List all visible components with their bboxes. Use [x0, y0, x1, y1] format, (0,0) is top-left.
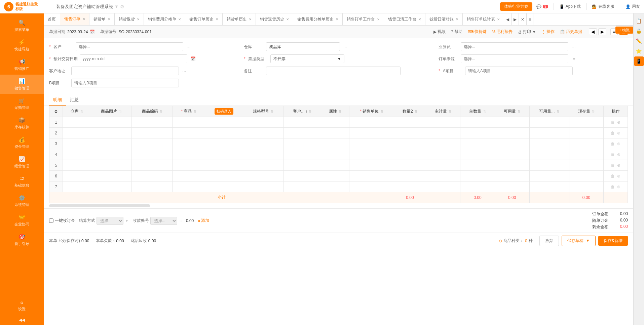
staff-input[interactable]	[461, 42, 568, 51]
close-icon[interactable]: ✕	[137, 17, 140, 21]
scan-button[interactable]: 扫码录入	[215, 108, 233, 115]
close-icon[interactable]: ✕	[456, 17, 458, 21]
row-warehouse[interactable]	[63, 181, 91, 192]
row-qty2[interactable]	[394, 128, 426, 138]
sort-icon[interactable]: ⇅	[309, 110, 311, 113]
row-avail-qty[interactable]	[495, 117, 529, 128]
row-avail-qty2[interactable]	[529, 181, 569, 192]
row-attr[interactable]	[321, 128, 349, 138]
row-customer-code[interactable]	[283, 128, 321, 138]
row-main-unit[interactable]	[426, 128, 460, 138]
row-customer-code[interactable]	[283, 160, 321, 171]
profit-btn[interactable]: % 毛利预告	[491, 28, 514, 35]
row-qty2[interactable]	[394, 149, 426, 160]
tab-cash-goods-reconcile[interactable]: 钱货日清对账 ✕	[425, 13, 463, 26]
sidebar-item-quick[interactable]: ⚡ 快捷导航	[0, 36, 44, 55]
th-settings[interactable]: ⚙	[49, 106, 63, 117]
copy-icon[interactable]: ⊕	[617, 185, 620, 189]
row-spec[interactable]	[243, 171, 283, 181]
row-attr[interactable]	[321, 117, 349, 128]
delete-icon[interactable]: 🗑	[611, 120, 615, 125]
save-new-button[interactable]: 保存&新增	[598, 236, 628, 246]
row-warehouse[interactable]	[63, 160, 91, 171]
sort-icon[interactable]: ⇅	[80, 110, 83, 113]
tab-sales-stats[interactable]: 销售订单统计表 ✕	[463, 13, 504, 26]
copy-icon[interactable]: ⊕	[617, 141, 620, 146]
row-unit[interactable]	[349, 117, 394, 128]
sort-icon[interactable]: ⇅	[518, 110, 520, 113]
sort-icon[interactable]: ⇅	[449, 110, 451, 113]
row-qty2[interactable]	[394, 117, 426, 128]
row-spec[interactable]	[243, 181, 283, 192]
right-panel-doc-icon[interactable]: 📋	[634, 16, 644, 26]
right-panel-lock-icon[interactable]: 🔒	[634, 26, 644, 36]
close-icon[interactable]: ✕	[418, 17, 421, 21]
row-attr[interactable]	[321, 160, 349, 171]
quick-settle-input[interactable]	[49, 218, 53, 223]
info-icon[interactable]: ℹ	[306, 110, 307, 113]
industry-button[interactable]: 体验行业方案	[500, 2, 532, 11]
tab-sales-ship[interactable]: 销货单 ✕	[89, 13, 115, 26]
row-main-qty[interactable]	[460, 117, 495, 128]
row-image[interactable]	[91, 171, 132, 181]
help-btn[interactable]: ? 帮助	[450, 28, 464, 35]
warehouse-select[interactable]: 成品库	[266, 42, 340, 51]
sort-icon[interactable]: ⇅	[415, 110, 417, 113]
row-main-unit[interactable]	[426, 149, 460, 160]
tab-return-hist[interactable]: 销货退货历史 ✕	[256, 13, 293, 26]
account-select[interactable]: 选择...	[150, 217, 177, 225]
tab-order-workbench[interactable]: 销售订单工作台 ✕	[343, 13, 384, 26]
nav-next-btn[interactable]: ▶	[598, 28, 606, 35]
row-avail-qty[interactable]	[495, 138, 529, 149]
row-avail-qty[interactable]	[495, 128, 529, 138]
row-customer-code[interactable]	[283, 181, 321, 192]
operation-btn[interactable]: ⋮ 操作	[540, 28, 556, 35]
row-image[interactable]	[91, 117, 132, 128]
row-attr[interactable]	[321, 181, 349, 192]
row-main-unit[interactable]	[426, 160, 460, 171]
row-main-qty[interactable]	[460, 160, 495, 171]
sidebar-item-system[interactable]: ⚙️ 系统管理	[0, 191, 44, 211]
sort-icon[interactable]: ⇅	[119, 110, 122, 113]
row-attr[interactable]	[321, 171, 349, 181]
row-code[interactable]	[132, 138, 173, 149]
sort-icon[interactable]: ⇅	[381, 110, 383, 113]
user-menu[interactable]: 👤 用友	[626, 4, 640, 9]
row-main-qty[interactable]	[460, 138, 495, 149]
copy-icon[interactable]: ⊕	[617, 152, 620, 157]
row-product[interactable]	[173, 138, 205, 149]
goods-count-icon[interactable]: ⊙	[499, 239, 502, 243]
tab-sales-order[interactable]: 销售订单 ✕	[60, 13, 89, 26]
row-code[interactable]	[132, 128, 173, 138]
row-qty2[interactable]	[394, 181, 426, 192]
sort-icon[interactable]: ⇅	[557, 110, 559, 113]
close-icon[interactable]: ✕	[216, 17, 218, 21]
row-main-qty[interactable]	[460, 128, 495, 138]
row-stock-qty[interactable]	[569, 160, 604, 171]
setting-right-btn[interactable]: ⚙ 设置	[615, 26, 633, 26]
method-select[interactable]: 选择...	[97, 217, 123, 225]
discard-button[interactable]: 放弃	[539, 236, 559, 246]
row-qty2[interactable]	[394, 160, 426, 171]
row-avail-qty2[interactable]	[529, 160, 569, 171]
row-warehouse[interactable]	[63, 171, 91, 181]
method-dropdown-icon[interactable]: ▼	[125, 218, 129, 223]
row-avail-qty[interactable]	[495, 149, 529, 160]
delete-icon[interactable]: 🗑	[611, 174, 615, 178]
sort-icon[interactable]: ⇅	[339, 110, 341, 113]
delete-icon[interactable]: 🗑	[611, 131, 615, 135]
row-spec[interactable]	[243, 160, 283, 171]
sidebar-item-operation[interactable]: 📈 经营管理	[0, 153, 44, 172]
row-product[interactable]	[173, 160, 205, 171]
row-stock-qty[interactable]	[569, 138, 604, 149]
tab-nav-menu[interactable]: ≡	[527, 13, 533, 26]
right-panel-star-icon[interactable]: ⭐	[634, 46, 644, 56]
row-qty2[interactable]	[394, 171, 426, 181]
quick-settle-checkbox[interactable]: 一键收订金	[49, 218, 75, 224]
sidebar-settings[interactable]: ⚙ 设置	[0, 297, 44, 315]
close-icon[interactable]: ✕	[286, 17, 289, 21]
tab-detail[interactable]: 明细	[49, 95, 66, 106]
row-main-unit[interactable]	[426, 117, 460, 128]
row-attr[interactable]	[321, 149, 349, 160]
close-icon[interactable]: ✕	[249, 17, 252, 21]
